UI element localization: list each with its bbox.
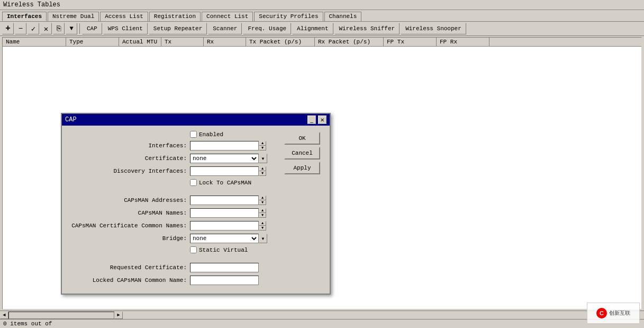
interfaces-spinner: ▲ ▼ bbox=[259, 141, 266, 150]
wps-client-button[interactable]: WPS Client bbox=[103, 23, 148, 34]
capsman-addr-up-btn[interactable]: ▲ bbox=[259, 196, 266, 200]
modal-title-bar: CAP _ ✕ bbox=[62, 114, 330, 126]
tab-registration[interactable]: Registration bbox=[149, 12, 201, 21]
capsman-names-down-btn[interactable]: ▼ bbox=[259, 213, 266, 218]
check-button[interactable]: ✓ bbox=[28, 23, 39, 34]
add-button[interactable]: + bbox=[2, 23, 14, 34]
capsman-cert-names-spinner: ▲ ▼ bbox=[259, 221, 266, 231]
discovery-up-btn[interactable]: ▲ bbox=[259, 166, 266, 171]
setup-repeater-button[interactable]: Setup Repeater bbox=[149, 23, 207, 34]
tab-bar: Interfaces Nstreme Dual Access List Regi… bbox=[0, 10, 644, 22]
capsman-names-input-group: ▲ ▼ bbox=[190, 208, 266, 218]
requested-cert-input[interactable] bbox=[190, 263, 259, 272]
copy-button[interactable]: ⎘ bbox=[53, 23, 65, 34]
hscroll-right[interactable]: ► bbox=[114, 312, 123, 319]
col-tx: Tx bbox=[161, 38, 204, 46]
discovery-interfaces-input-group: ▲ ▼ bbox=[190, 166, 266, 176]
capsman-addr-down-btn[interactable]: ▼ bbox=[259, 200, 266, 205]
wireless-sniffer-button[interactable]: Wireless Sniffer bbox=[334, 23, 400, 34]
enabled-checkbox[interactable] bbox=[190, 131, 197, 138]
status-bar: 0 items out of bbox=[0, 319, 644, 328]
capsman-cert-down-btn[interactable]: ▼ bbox=[259, 226, 266, 231]
wireless-snooper-button[interactable]: Wireless Snooper bbox=[401, 23, 466, 34]
lock-capsman-label: Lock To CAPsMAN bbox=[199, 180, 251, 186]
cross-button[interactable]: ✕ bbox=[40, 23, 52, 34]
cap-button[interactable]: CAP bbox=[82, 23, 102, 34]
modal-buttons: OK Cancel Apply bbox=[284, 131, 321, 288]
tab-interfaces[interactable]: Interfaces bbox=[2, 12, 47, 21]
hscroll[interactable]: ◄ ► bbox=[0, 311, 644, 319]
toolbar: + − ✓ ✕ ⎘ ▼ CAP WPS Client Setup Repeate… bbox=[0, 22, 644, 36]
col-rx: Rx bbox=[204, 38, 246, 46]
interfaces-label: Interfaces: bbox=[70, 143, 187, 149]
capsman-names-input[interactable] bbox=[190, 208, 259, 218]
col-tx-packet: Tx Packet (p/s) bbox=[246, 38, 315, 46]
interfaces-row: Interfaces: ▲ ▼ bbox=[70, 141, 279, 150]
modal-close-button[interactable]: ✕ bbox=[318, 116, 326, 124]
scanner-button[interactable]: Scanner bbox=[208, 23, 242, 34]
tab-channels[interactable]: Channels bbox=[324, 12, 362, 21]
capsman-addresses-label: CAPsMAN Addresses: bbox=[70, 197, 187, 203]
enabled-label: Enabled bbox=[199, 131, 223, 138]
interfaces-up-btn[interactable]: ▲ bbox=[259, 141, 266, 146]
capsman-names-up-btn[interactable]: ▲ bbox=[259, 208, 266, 213]
bridge-row: Bridge: none ▼ bbox=[70, 234, 279, 243]
certificate-dropdown-btn[interactable]: ▼ bbox=[259, 154, 267, 163]
certificate-select[interactable]: none bbox=[190, 154, 259, 163]
discovery-down-btn[interactable]: ▼ bbox=[259, 171, 266, 176]
bridge-select[interactable]: none bbox=[190, 234, 259, 243]
cap-dialog: CAP _ ✕ Enabled bbox=[61, 113, 331, 295]
filter-icon: ▼ bbox=[69, 25, 73, 32]
modal-title-buttons: _ ✕ bbox=[307, 116, 326, 124]
modal-form: Enabled Interfaces: ▲ ▼ bbox=[70, 131, 279, 288]
modal-title: CAP bbox=[65, 116, 77, 123]
col-actual-mtu: Actual MTU bbox=[119, 38, 161, 46]
static-virtual-checkbox[interactable] bbox=[190, 246, 197, 253]
locked-capsman-name-row: Locked CAPsMAN Common Name: bbox=[70, 276, 279, 285]
capsman-names-spinner: ▲ ▼ bbox=[259, 208, 266, 218]
capsman-addresses-spinner: ▲ ▼ bbox=[259, 196, 266, 205]
tab-connect-list[interactable]: Connect List bbox=[202, 12, 253, 21]
interfaces-input-group: ▲ ▼ bbox=[190, 141, 266, 150]
discovery-interfaces-input[interactable] bbox=[190, 166, 259, 176]
watermark: C 创新互联 bbox=[587, 303, 640, 324]
lock-capsman-row: Lock To CAPsMAN bbox=[70, 179, 279, 186]
tab-nstreme-dual[interactable]: Nstreme Dual bbox=[48, 12, 99, 21]
col-type: Type bbox=[66, 38, 119, 46]
hscroll-left[interactable]: ◄ bbox=[0, 312, 8, 319]
remove-button[interactable]: − bbox=[15, 23, 26, 34]
freq-usage-button[interactable]: Freq. Usage bbox=[243, 23, 291, 34]
lock-capsman-checkbox[interactable] bbox=[190, 179, 197, 186]
capsman-cert-names-label: CAPsMAN Certificate Common Names: bbox=[70, 223, 187, 229]
ok-button[interactable]: OK bbox=[284, 132, 320, 145]
title-bar: Wireless Tables bbox=[0, 0, 644, 10]
certificate-select-group: none ▼ bbox=[190, 154, 267, 163]
capsman-addresses-input[interactable] bbox=[190, 196, 259, 205]
cancel-button[interactable]: Cancel bbox=[284, 147, 320, 159]
tab-access-list[interactable]: Access List bbox=[100, 12, 148, 21]
certificate-label: Certificate: bbox=[70, 155, 187, 162]
locked-capsman-name-input[interactable] bbox=[190, 276, 259, 285]
col-fp-tx: FP Tx bbox=[384, 38, 437, 46]
tab-security-profiles[interactable]: Security Profiles bbox=[254, 12, 323, 21]
filter-button[interactable]: ▼ bbox=[66, 23, 77, 34]
capsman-names-label: CAPsMAN Names: bbox=[70, 210, 187, 216]
apply-button[interactable]: Apply bbox=[284, 162, 320, 174]
bridge-label: Bridge: bbox=[70, 235, 187, 242]
col-rx-packet: Rx Packet (p/s) bbox=[315, 38, 384, 46]
capsman-cert-names-input[interactable] bbox=[190, 221, 259, 231]
modal-minimize-button[interactable]: _ bbox=[307, 116, 316, 124]
certificate-row: Certificate: none ▼ bbox=[70, 154, 279, 163]
capsman-cert-up-btn[interactable]: ▲ bbox=[259, 221, 266, 226]
modal-content: Enabled Interfaces: ▲ ▼ bbox=[62, 126, 330, 294]
hscroll-track[interactable] bbox=[8, 312, 114, 319]
spacer-2 bbox=[70, 256, 279, 263]
discovery-interfaces-label: Discovery Interfaces: bbox=[70, 168, 187, 174]
bridge-dropdown-btn[interactable]: ▼ bbox=[259, 234, 267, 243]
interfaces-down-btn[interactable]: ▼ bbox=[259, 146, 266, 150]
interfaces-input[interactable] bbox=[190, 141, 259, 150]
capsman-addresses-input-group: ▲ ▼ bbox=[190, 196, 266, 205]
requested-cert-label: Requested Certificate: bbox=[70, 264, 187, 271]
status-text: 0 items out of bbox=[3, 321, 52, 327]
alignment-button[interactable]: Alignment bbox=[292, 23, 333, 34]
